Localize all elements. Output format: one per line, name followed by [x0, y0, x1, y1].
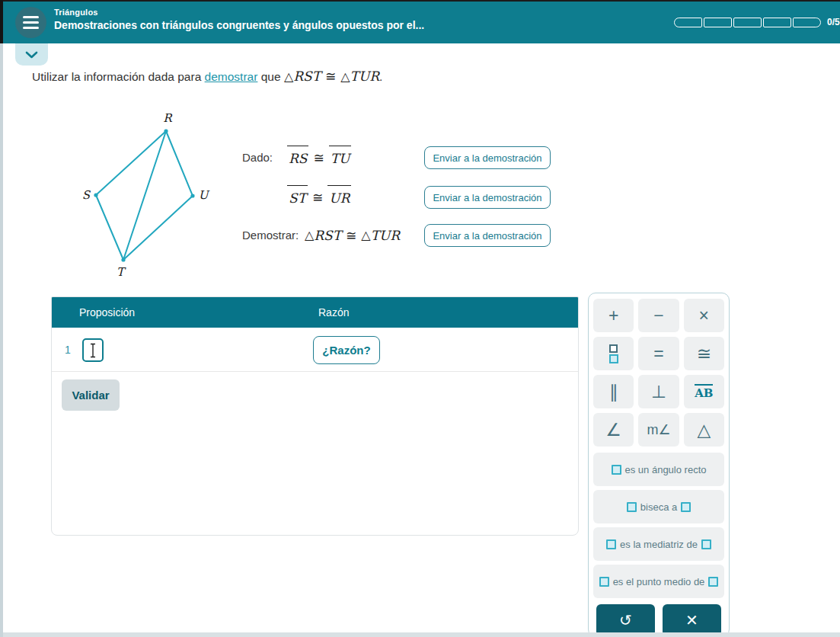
phrase-perpendicular-bisector-button[interactable]: es la mediatriz de [593, 527, 724, 561]
instruction-pre: Utilizar la información dada para [32, 70, 201, 83]
phrase-label: es la mediatriz de [620, 539, 698, 550]
proof-table-header: Proposición Razón [52, 297, 578, 328]
symbol-grid: + − × = ≅ ∥ ⊥ AB ∠ m∠ △ [593, 299, 724, 447]
minus-icon: − [653, 306, 663, 326]
instruction-mid: que [261, 70, 281, 83]
progress-segment [704, 18, 732, 27]
fraction-button[interactable] [593, 337, 634, 370]
triangle-left-name: RST [314, 224, 341, 247]
triangle-right-name: TUR [350, 69, 379, 84]
angle-button[interactable]: ∠ [593, 413, 634, 447]
demostrar-link[interactable]: demostrar [205, 70, 258, 83]
reason-button[interactable]: ¿Razón? [313, 336, 380, 364]
plus-button[interactable]: + [593, 299, 634, 332]
congruent-symbol: ≅ [313, 146, 324, 169]
triangle-right-name: TUR [371, 224, 400, 247]
phrase-label: es el punto medio de [613, 576, 705, 587]
prove-label: Demostrar: [242, 224, 299, 247]
phrase-right-angle-button[interactable]: es un ángulo recto [593, 453, 724, 486]
placeholder-box-icon [612, 465, 621, 475]
phrase-midpoint-button[interactable]: es el punto medio de [593, 565, 724, 598]
placeholder-box-icon [627, 502, 637, 512]
congruent-button[interactable]: ≅ [684, 337, 724, 370]
collapse-header-button[interactable] [15, 43, 48, 66]
app-window: Triángulos Demostraciones con triángulos… [0, 0, 840, 637]
placeholder-box-icon [708, 577, 718, 587]
lesson-category: Triángulos [54, 8, 98, 17]
placeholder-box-icon [599, 577, 609, 587]
triangle-symbol: △ [284, 69, 293, 84]
proof-table: Proposición Razón 1 ¿Razón? Validar [51, 296, 579, 536]
segment-ab-button[interactable]: AB [684, 375, 724, 408]
triangle-left-name: RST [293, 69, 321, 84]
vertex-label-r: R [163, 111, 173, 125]
window-edge-left [0, 0, 3, 43]
measure-angle-icon: m∠ [647, 421, 670, 438]
palette-actions: ↺ ✕ [593, 604, 724, 636]
given-row-1: Dado: RS ≅ TU Enviar a la demostración [0, 146, 579, 169]
congruent-symbol: ≅ [346, 224, 356, 247]
segment-right: UR [327, 185, 351, 210]
vertex-label-t: T [117, 265, 126, 279]
given-label: Dado: [242, 146, 273, 169]
close-palette-button[interactable]: ✕ [663, 604, 721, 636]
equals-icon: = [653, 344, 663, 364]
segment-ab-icon: AB [695, 384, 713, 400]
statement-input[interactable] [82, 338, 104, 362]
triangle-button[interactable]: △ [684, 413, 724, 447]
text-cursor-icon [89, 343, 97, 358]
app-header: Triángulos Demostraciones con triángulos… [3, 2, 840, 43]
multiply-button[interactable]: × [684, 299, 724, 332]
phrase-list: es un ángulo recto biseca a es la mediat… [593, 453, 724, 598]
phrase-label: biseca a [640, 501, 677, 513]
placeholder-box-icon [606, 539, 616, 549]
placeholder-box-icon [701, 539, 711, 549]
send-to-proof-button[interactable]: Enviar a la demostración [424, 146, 551, 169]
congruent-symbol: ≅ [325, 69, 336, 84]
progress-label: 0/5 [827, 17, 840, 27]
minus-button[interactable]: − [638, 299, 679, 332]
segment-left: RS [287, 146, 308, 170]
given-row-2: ST ≅ UR Enviar a la demostración [0, 186, 579, 209]
progress-bar [674, 18, 821, 27]
progress-segment [674, 18, 702, 27]
parallel-icon: ∥ [609, 382, 618, 402]
angle-icon: ∠ [605, 420, 621, 440]
send-to-proof-button[interactable]: Enviar a la demostración [424, 186, 551, 209]
table-row: 1 ¿Razón? [52, 328, 578, 372]
lesson-title: Demostraciones con triángulos congruente… [54, 19, 424, 31]
perpendicular-icon: ⊥ [651, 382, 666, 402]
close-icon: ✕ [685, 611, 698, 629]
prove-row: Demostrar: △ RST ≅ △ TUR Enviar a la dem… [0, 224, 579, 247]
triangle-symbol: △ [361, 224, 370, 247]
placeholder-box-icon [681, 502, 691, 512]
given-math: RS ≅ TU [287, 146, 351, 169]
multiply-icon: × [699, 306, 709, 326]
parallel-button[interactable]: ∥ [593, 375, 634, 408]
segment-right: TU [329, 146, 352, 170]
triangle-symbol: △ [340, 69, 350, 84]
column-header-razon: Razón [318, 306, 349, 318]
fraction-icon [609, 344, 618, 363]
given-math: ST ≅ UR [287, 186, 351, 209]
undo-button[interactable]: ↺ [596, 604, 655, 636]
undo-icon: ↺ [619, 611, 632, 629]
phrase-bisects-button[interactable]: biseca a [593, 490, 724, 523]
equals-button[interactable]: = [638, 337, 679, 370]
measure-angle-button[interactable]: m∠ [638, 413, 679, 447]
window-edge-left-lower [0, 43, 3, 637]
instruction-period: . [379, 70, 382, 83]
menu-button[interactable] [15, 7, 46, 38]
chevron-down-icon [25, 51, 38, 59]
perpendicular-button[interactable]: ⊥ [638, 375, 679, 408]
window-edge-bottom [3, 632, 840, 637]
phrase-label: es un ángulo recto [625, 464, 707, 475]
prove-math: △ RST ≅ △ TUR [305, 224, 400, 247]
send-to-proof-button[interactable]: Enviar a la demostración [424, 224, 551, 247]
triangle-icon: △ [697, 420, 711, 440]
instruction-text: Utilizar la información dada para demost… [32, 69, 382, 84]
congruent-icon: ≅ [697, 344, 711, 364]
validate-button[interactable]: Validar [62, 379, 120, 411]
progress-segment [763, 18, 791, 27]
progress-segment [733, 18, 762, 27]
